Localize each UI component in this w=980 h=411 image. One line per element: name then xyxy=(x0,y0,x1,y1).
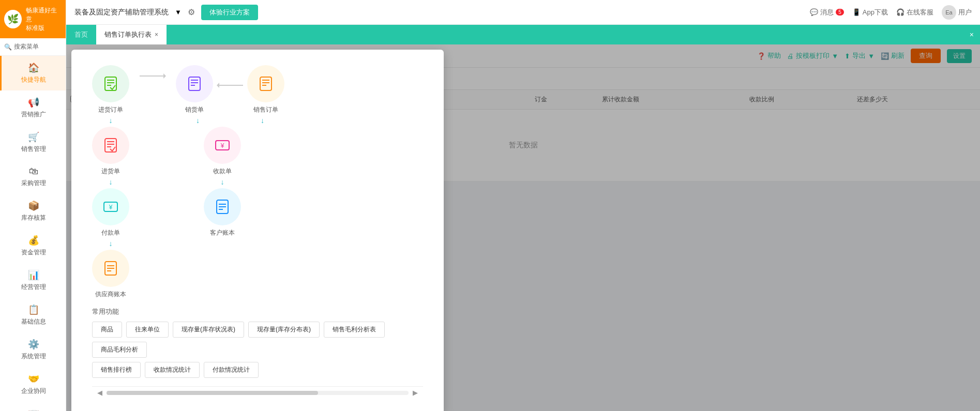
sidebar-item-guide[interactable]: 📖 新手引导 xyxy=(0,402,66,411)
logo-icon: 🌿 xyxy=(4,10,22,28)
tab-close-icon[interactable]: × xyxy=(155,31,158,38)
settings-icon[interactable]: ⚙ xyxy=(188,7,195,17)
modal-body: 进货订单 ↓ 进货单 ↓ xyxy=(71,50,444,411)
search-icon: 🔍 xyxy=(4,43,12,51)
flow-item-sales-bill[interactable]: 销货单 xyxy=(176,65,213,114)
down-arrow-5: ↓ xyxy=(261,116,264,125)
guide-icon: 📖 xyxy=(28,408,39,411)
logo-text: 畅康通好生意 标准版 xyxy=(26,6,62,32)
func-btn-sales-rank[interactable]: 销售排行榜 xyxy=(92,362,141,378)
customer-ledger-icon xyxy=(204,188,241,225)
customer-ledger-label: 客户账本 xyxy=(210,229,235,237)
top-right-row: 销货单 xyxy=(176,65,284,114)
sidebar-item-inventory[interactable]: 📦 库存核算 xyxy=(0,194,66,229)
sidebar-item-operation[interactable]: 📊 经营管理 xyxy=(0,263,66,298)
func-btn-inventory-status[interactable]: 现存量(库存状况表) xyxy=(173,322,244,338)
function-buttons-row: 商品 往来单位 现存量(库存状况表) 现存量(库存分布表) 销售毛利分析表 商品… xyxy=(92,322,423,358)
avatar: Ea xyxy=(942,5,956,20)
func-btn-inventory-dist[interactable]: 现存量(库存分布表) xyxy=(248,322,320,338)
down-arrow-6: ↓ xyxy=(221,178,224,186)
service-icon: 🎧 xyxy=(896,8,904,16)
sidebar-item-sales[interactable]: 🛒 销售管理 xyxy=(0,125,66,160)
main-content: 装备及固定资产辅助管理系统 ▼ ⚙ 体验行业方案 💬 消息 5 📱 App下载 … xyxy=(66,0,980,411)
tabs-close-all[interactable]: × xyxy=(970,31,974,39)
system-title: 装备及固定资产辅助管理系统 xyxy=(74,8,169,17)
flow-item-payment[interactable]: ¥ 付款单 xyxy=(92,188,129,237)
system-dropdown[interactable]: ▼ xyxy=(175,8,182,16)
common-functions: 常用功能 商品 往来单位 现存量(库存状况表) 现存量(库存分布表) 销售毛利分… xyxy=(92,307,423,378)
sales-bill-label: 销货单 xyxy=(185,105,204,114)
down-arrows-row: ↓ ↓ xyxy=(196,114,264,127)
sidebar-item-label: 经营管理 xyxy=(21,283,46,292)
message-btn[interactable]: 💬 消息 5 xyxy=(810,8,844,17)
search-label: 搜索菜单 xyxy=(14,42,39,51)
sidebar-item-label: 库存核算 xyxy=(21,214,46,222)
sidebar-item-label: 资金管理 xyxy=(21,248,46,257)
payment-icon: ¥ xyxy=(92,188,129,225)
scroll-track[interactable] xyxy=(107,391,409,395)
chevron-down-icon: ▼ xyxy=(175,8,182,16)
sidebar-item-finance[interactable]: 💰 资金管理 xyxy=(0,229,66,263)
flow-diagram: 进货订单 ↓ 进货单 ↓ xyxy=(92,65,423,299)
sidebar-item-quick-nav[interactable]: 🏠 快捷导航 xyxy=(0,56,66,90)
func-btn-sales-profit[interactable]: 销售毛利分析表 xyxy=(324,322,385,338)
scroll-thumb xyxy=(107,391,318,395)
user-menu[interactable]: Ea 用户 xyxy=(942,5,972,20)
tab-home-label: 首页 xyxy=(74,30,88,39)
tab-sales-order[interactable]: 销售订单执行表 × xyxy=(96,25,167,44)
topbar-right: 💬 消息 5 📱 App下载 🎧 在线客服 Ea 用户 xyxy=(810,5,972,20)
user-label: 用户 xyxy=(958,8,972,17)
modal-overlay: 进货订单 ↓ 进货单 ↓ xyxy=(66,44,980,411)
sidebar-item-enterprise[interactable]: 🤝 企业协同 xyxy=(0,367,66,402)
system-icon: ⚙️ xyxy=(28,339,39,350)
flow-item-supplier-ledger[interactable]: 供应商账本 xyxy=(92,250,129,299)
func-btn-partners[interactable]: 往来单位 xyxy=(126,322,169,338)
svg-rect-18 xyxy=(260,77,272,90)
func-btn-product[interactable]: 商品 xyxy=(92,322,122,338)
sidebar-search[interactable]: 🔍 搜索菜单 xyxy=(0,38,66,56)
sales-icon: 🛒 xyxy=(28,131,39,143)
flow-item-customer-ledger[interactable]: 客户账本 xyxy=(204,188,241,237)
purchase-bill-label: 进货单 xyxy=(101,167,120,176)
down-arrow-2: ↓ xyxy=(109,178,113,186)
sidebar-item-system[interactable]: ⚙️ 系统管理 xyxy=(0,332,66,367)
sidebar-item-purchase[interactable]: 🛍 采购管理 xyxy=(0,160,66,194)
inventory-icon: 📦 xyxy=(28,200,39,211)
flow-item-receipt[interactable]: ¥ 收款单 xyxy=(204,127,241,176)
flow-item-sales-order[interactable]: 销售订单 xyxy=(247,65,284,114)
sidebar-logo: 🌿 畅康通好生意 标准版 xyxy=(0,0,66,38)
func-btn-receipt-stat[interactable]: 收款情况统计 xyxy=(145,362,200,378)
middle-right-row: ¥ 收款单 xyxy=(204,127,241,176)
online-service-btn[interactable]: 🎧 在线客服 xyxy=(896,8,933,17)
scroll-bar: ◀ ▶ xyxy=(92,386,423,399)
sidebar-item-label: 基础信息 xyxy=(21,317,46,326)
operation-icon: 📊 xyxy=(28,269,39,281)
sidebar-item-basic[interactable]: 📋 基础信息 xyxy=(0,298,66,332)
home-icon: 🏠 xyxy=(28,62,39,73)
sidebar-item-label: 采购管理 xyxy=(21,179,46,188)
scroll-left-btn[interactable]: ◀ xyxy=(97,389,102,397)
purchase-order-label: 进货订单 xyxy=(98,105,123,114)
down-arrow-4: ↓ xyxy=(196,116,200,125)
tab-home[interactable]: 首页 xyxy=(66,25,96,44)
sidebar-item-label: 快捷导航 xyxy=(21,75,46,84)
sales-bill-icon xyxy=(176,65,213,102)
customer-ledger-wrap: 客户账本 xyxy=(204,188,241,237)
marketing-icon: 📢 xyxy=(28,97,39,108)
sidebar-item-marketing[interactable]: 📢 营销推广 xyxy=(0,90,66,125)
sidebar-item-label: 销售管理 xyxy=(21,145,46,154)
experience-btn[interactable]: 体验行业方案 xyxy=(201,5,258,20)
scroll-right-btn[interactable]: ▶ xyxy=(413,389,418,397)
flow-item-purchase-order[interactable]: 进货订单 xyxy=(92,65,129,114)
receipt-icon: ¥ xyxy=(204,127,241,164)
app-download-btn[interactable]: 📱 App下载 xyxy=(852,8,888,17)
func-btn-product-profit[interactable]: 商品毛利分析 xyxy=(92,342,147,358)
func-btn-payment-stat[interactable]: 付款情况统计 xyxy=(204,362,259,378)
flow-item-purchase-bill[interactable]: 进货单 xyxy=(92,127,129,176)
quick-nav-modal: 进货订单 ↓ 进货单 ↓ xyxy=(71,50,444,411)
page-body: ❓ 帮助 🖨 按模板打印 ▼ ⬆ 导出 ▼ 🔄 xyxy=(66,44,980,411)
horizontal-arrow-2 xyxy=(217,85,243,86)
basic-icon: 📋 xyxy=(28,304,39,315)
payment-label: 付款单 xyxy=(101,229,120,237)
flow-right-group: 销货单 xyxy=(176,65,284,237)
